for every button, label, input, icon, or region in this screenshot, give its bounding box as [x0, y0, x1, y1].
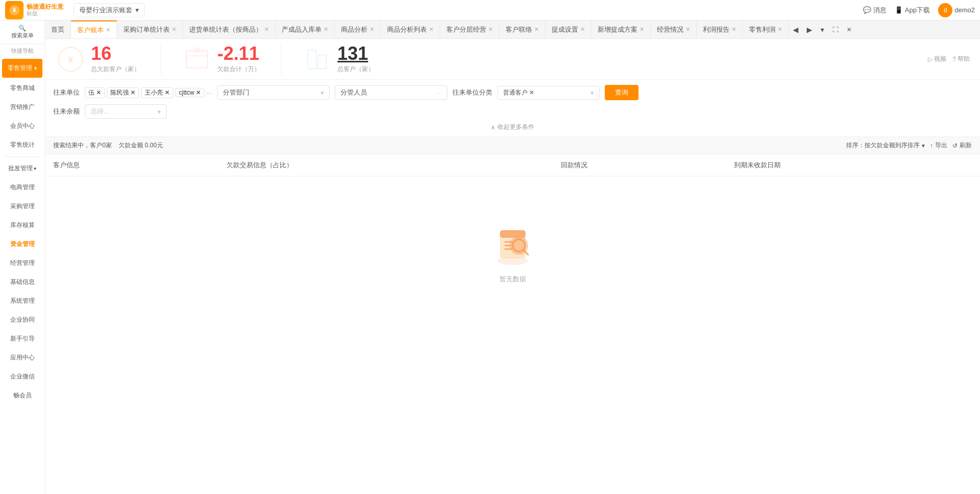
stat-3: 131 总客户（家） — [281, 44, 395, 75]
remove-category-tag[interactable]: ✕ — [529, 89, 534, 96]
sidebar-item-finance[interactable]: 资金管理 — [0, 235, 44, 254]
tab-profit-report[interactable]: 利润报告 ✕ — [697, 20, 743, 39]
sidebar-item-member[interactable]: 畅会员 — [0, 386, 44, 405]
sidebar-item-enterprise-coop[interactable]: 企业协同 — [0, 310, 44, 329]
category-label: 往来单位分类 — [452, 88, 492, 97]
sidebar-item-new-guide[interactable]: 新手引导 — [0, 329, 44, 348]
tab-new-tips[interactable]: 新增提成方案 ✕ — [591, 20, 651, 39]
category-selector[interactable]: 普通客户 ✕ ▾ — [497, 86, 600, 100]
filter-tag-cjttcw[interactable]: cjttcw ✕ — [175, 88, 204, 97]
tab-incoming-stats[interactable]: 进货单统计表（按商品） ✕ — [183, 20, 276, 39]
stat3-icon — [302, 44, 332, 75]
message-button[interactable]: 💬 消息 — [863, 6, 886, 15]
close-tab-customers[interactable]: ✕ — [106, 27, 110, 33]
tab-goods-analysis-list[interactable]: 商品分析列表 ✕ — [381, 20, 440, 39]
close-tab-new-tips[interactable]: ✕ — [640, 26, 644, 33]
sidebar-item-purchase[interactable]: 采购管理 — [0, 197, 44, 216]
sidebar-item-retail-mall[interactable]: 零售商城 — [0, 79, 44, 98]
message-icon: 💬 — [863, 6, 871, 14]
tab-home[interactable]: 首页 — [45, 20, 71, 39]
tab-tips-settings[interactable]: 提成设置 ✕ — [545, 20, 591, 39]
sidebar-item-wholesale[interactable]: 批发管理▾ — [0, 159, 44, 178]
stat-2: -2.11 欠款合计（万） — [161, 44, 281, 75]
svg-rect-12 — [500, 230, 526, 238]
close-tab-profit-report[interactable]: ✕ — [732, 26, 736, 33]
category-tag[interactable]: 普通客户 ✕ — [503, 88, 534, 97]
svg-point-6 — [195, 48, 199, 52]
tab-retail-profit[interactable]: 零售利润 ✕ — [743, 20, 789, 39]
remove-tag-chen[interactable]: ✕ — [130, 89, 135, 96]
tab-customer-contact[interactable]: 客户联络 ✕ — [499, 20, 545, 39]
export-button[interactable]: ↑ 导出 — [930, 141, 947, 150]
unit-label: 往来单位 — [53, 88, 80, 97]
remove-tag-wu[interactable]: ✕ — [96, 89, 101, 96]
col-overdue-date: 到期未收款日期 — [726, 154, 980, 176]
sidebar-search[interactable]: 🔍 搜索菜单 — [0, 20, 44, 44]
tab-menu[interactable]: ▾ — [816, 26, 828, 34]
tab-purchase-stats[interactable]: 采购订单统计表 ✕ — [117, 20, 183, 39]
svg-text:¥: ¥ — [68, 54, 74, 64]
sort-label: 排序：按欠款金额到序排序 — [846, 141, 920, 150]
close-tab-customer-contact[interactable]: ✕ — [534, 26, 539, 33]
refresh-button[interactable]: ↺ 刷新 — [952, 141, 972, 150]
filter-tag-wang[interactable]: 王小亮 ✕ — [141, 87, 173, 98]
sidebar-item-ecommerce[interactable]: 电商管理 — [0, 178, 44, 197]
tab-customers[interactable]: 客户账本 ✕ — [71, 20, 117, 39]
close-tab-production[interactable]: ✕ — [324, 26, 328, 33]
top-bar: ¥ 畅捷通好生意 标版 母婴行业演示账套 ▾ 💬 消息 📱 App下载 d — [0, 0, 980, 20]
filter-tag-chen[interactable]: 陈民强 ✕ — [107, 87, 139, 98]
remove-tag-wang[interactable]: ✕ — [165, 89, 170, 96]
filter-tag-wu[interactable]: 伍 ✕ — [85, 87, 105, 98]
tab-production[interactable]: 产成品入库单 ✕ — [276, 20, 335, 39]
sidebar-item-marketing[interactable]: 营销推广 — [0, 98, 44, 117]
tab-maximize[interactable]: ⛶ — [828, 26, 842, 33]
company-selector[interactable]: 母婴行业演示账套 ▾ — [74, 3, 145, 17]
stat-1: ¥ 16 总欠款客户（家） — [55, 44, 161, 75]
query-button[interactable]: 查询 — [605, 85, 639, 100]
sidebar-item-inventory[interactable]: 库存核算 — [0, 216, 44, 235]
search-icon: 🔍 — [18, 25, 26, 32]
sidebar-item-enterprise-wechat[interactable]: 企业微信 — [0, 367, 44, 386]
sidebar-item-app-center[interactable]: 应用中心 — [0, 348, 44, 367]
close-tab-goods-analysis[interactable]: ✕ — [370, 26, 374, 33]
sidebar-item-basic-info[interactable]: 基础信息 — [0, 273, 44, 291]
stat3-label: 总客户（家） — [337, 65, 374, 74]
video-link[interactable]: ▷ 视频 — [928, 55, 946, 63]
remove-tag-cjttcw[interactable]: ✕ — [196, 89, 201, 96]
sidebar-item-retail-mgmt[interactable]: 零售管理 ▾ — [2, 59, 42, 78]
filter-row-1: 往来单位 伍 ✕ 陈民强 ✕ 王小亮 — [53, 85, 972, 100]
people-selector[interactable]: 分管人员 ··· — [335, 85, 447, 100]
close-tab-customer-segment[interactable]: ✕ — [488, 26, 493, 33]
avatar: d — [938, 3, 952, 17]
close-tab-incoming-stats[interactable]: ✕ — [264, 26, 269, 33]
tab-close-all[interactable]: ✕ — [842, 26, 856, 33]
close-tab-operations[interactable]: ✕ — [686, 26, 690, 33]
empty-text: 暂无数据 — [499, 275, 526, 284]
collapse-button[interactable]: ∧ 收起更多条件 — [491, 123, 534, 131]
close-tab-tips-settings[interactable]: ✕ — [580, 26, 585, 33]
filter-more-btn[interactable]: ··· — [207, 89, 212, 97]
help-link[interactable]: ? 帮助 — [952, 55, 970, 63]
user-menu[interactable]: d demo2 — [938, 3, 975, 17]
tab-nav-left[interactable]: ◀ — [789, 26, 803, 34]
balance-label: 往来余额 — [53, 107, 80, 116]
stat2-icon — [181, 44, 212, 75]
close-tab-purchase-stats[interactable]: ✕ — [172, 26, 176, 33]
sort-select[interactable]: 排序：按欠款金额到序排序 ▾ — [846, 141, 925, 150]
quick-nav[interactable]: 快捷导航 — [0, 44, 44, 58]
app-download-button[interactable]: 📱 App下载 — [895, 6, 930, 15]
filter-tags: 伍 ✕ 陈民强 ✕ 王小亮 ✕ — [85, 87, 212, 98]
sidebar-item-operations[interactable]: 经营管理 — [0, 254, 44, 273]
dept-selector[interactable]: 分管部门 ▾ — [217, 85, 330, 100]
tab-nav-right[interactable]: ▶ — [803, 26, 816, 34]
logo-area: ¥ 畅捷通好生意 标版 — [5, 1, 63, 19]
close-tab-goods-analysis-list[interactable]: ✕ — [429, 26, 434, 33]
sidebar-item-sys-mgmt[interactable]: 系统管理 — [0, 291, 44, 310]
tab-customer-segment[interactable]: 客户分层经营 ✕ — [440, 20, 499, 39]
tab-operations[interactable]: 经营情况 ✕ — [651, 20, 697, 39]
close-tab-retail-profit[interactable]: ✕ — [778, 26, 782, 33]
balance-selector[interactable]: 选择... ▾ — [85, 104, 167, 119]
tab-goods-analysis[interactable]: 商品分析 ✕ — [335, 20, 381, 39]
sidebar-item-member-center[interactable]: 会员中心 — [0, 117, 44, 136]
sidebar-item-retail-stats[interactable]: 零售统计 — [0, 136, 44, 154]
